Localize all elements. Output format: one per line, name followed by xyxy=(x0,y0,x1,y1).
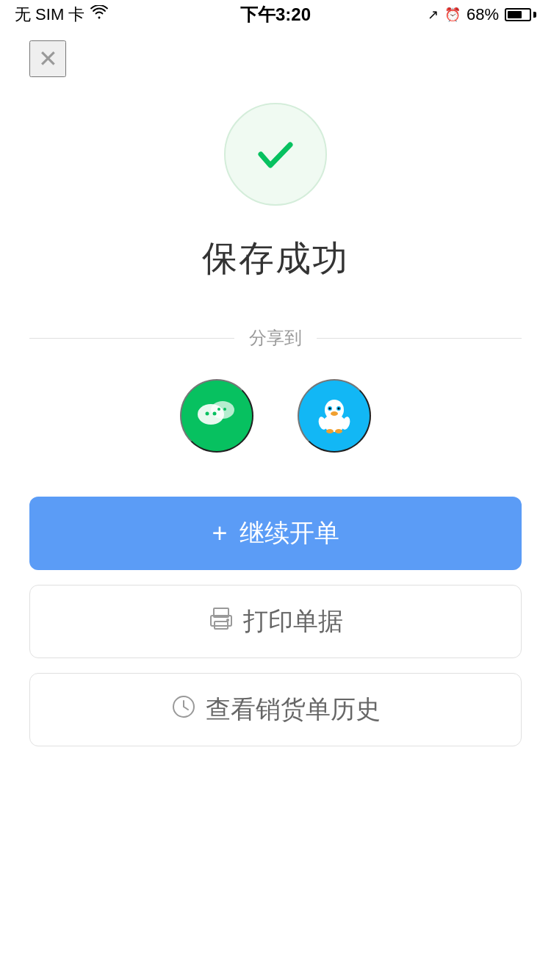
svg-point-14 xyxy=(335,429,342,433)
history-label: 查看销货单历史 xyxy=(206,693,381,727)
continue-label: 继续开单 xyxy=(240,516,339,550)
history-icon xyxy=(170,693,197,726)
sim-text: 无 SIM 卡 xyxy=(15,4,84,26)
location-icon: ↗ xyxy=(428,7,439,23)
wifi-icon xyxy=(90,5,108,24)
svg-point-20 xyxy=(226,619,229,621)
svg-point-12 xyxy=(331,411,338,416)
status-bar: 无 SIM 卡 下午3:20 ↗ ⏰ 68% xyxy=(0,0,551,29)
svg-point-11 xyxy=(338,408,340,410)
status-left: 无 SIM 卡 xyxy=(15,4,108,26)
printer-icon xyxy=(208,605,234,638)
alarm-icon: ⏰ xyxy=(444,7,461,23)
main-content: 保存成功 分享到 xyxy=(0,29,551,980)
status-right: ↗ ⏰ 68% xyxy=(428,5,536,24)
print-button[interactable]: 打印单据 xyxy=(29,585,522,658)
checkmark-icon xyxy=(250,129,301,180)
share-icons xyxy=(180,379,371,453)
svg-point-3 xyxy=(213,412,217,416)
share-divider: 分享到 xyxy=(29,326,522,350)
success-title: 保存成功 xyxy=(202,235,349,282)
history-button[interactable]: 查看销货单历史 xyxy=(29,673,522,746)
qq-share-button[interactable] xyxy=(298,379,371,453)
svg-point-10 xyxy=(329,408,331,410)
svg-point-7 xyxy=(323,414,345,432)
svg-point-4 xyxy=(217,408,220,411)
battery-percent: 68% xyxy=(467,5,499,24)
share-section: 分享到 xyxy=(29,326,522,453)
wechat-share-button[interactable] xyxy=(180,379,253,453)
plus-icon: + xyxy=(212,518,227,549)
success-circle xyxy=(224,103,327,206)
svg-point-2 xyxy=(206,412,209,416)
close-icon: ✕ xyxy=(38,45,58,73)
continue-button[interactable]: + 继续开单 xyxy=(29,497,522,570)
svg-point-13 xyxy=(326,429,334,433)
close-button[interactable]: ✕ xyxy=(29,40,66,77)
svg-point-1 xyxy=(211,401,234,419)
battery-icon xyxy=(505,8,536,21)
print-label: 打印单据 xyxy=(243,605,343,638)
action-buttons: + 继续开单 打印单据 查看销货单历史 xyxy=(29,497,522,746)
status-time: 下午3:20 xyxy=(240,3,311,26)
share-label: 分享到 xyxy=(234,326,317,350)
divider-right xyxy=(317,338,522,339)
divider-left xyxy=(29,338,234,339)
svg-point-5 xyxy=(223,408,226,411)
